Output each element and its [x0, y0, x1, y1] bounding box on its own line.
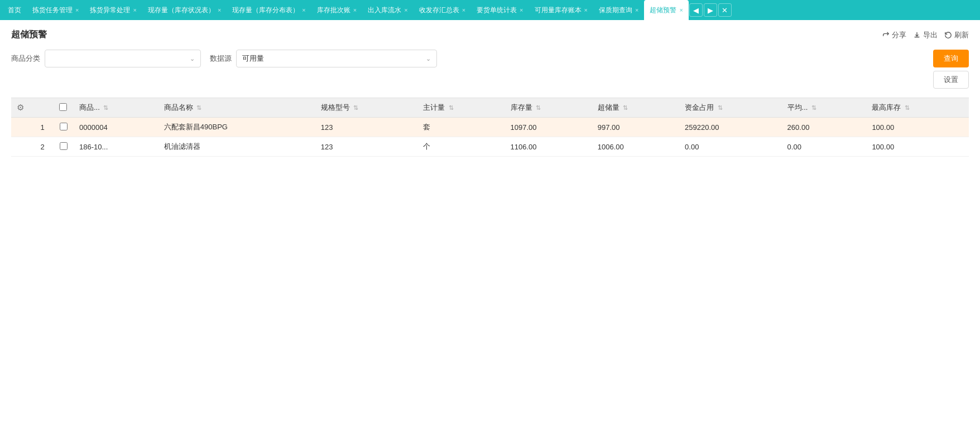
sort-max-stock-icon: ⇅ — [905, 104, 910, 111]
nav-tab-avail-stock[interactable]: 可用量库存账本 × — [529, 0, 593, 20]
sort-avg-icon: ⇅ — [811, 104, 816, 111]
nav-tab-task-mgmt[interactable]: 拣货任务管理 × — [27, 0, 84, 20]
filter-category-chevron-icon: ⌄ — [190, 55, 195, 62]
sort-capital-occ-icon: ⇅ — [718, 104, 723, 111]
col-header-unit[interactable]: 主计量 ⇅ — [417, 98, 505, 118]
nav-tab-quality-check[interactable]: 保质期查询 × — [593, 0, 644, 20]
row-index-1: 2 — [31, 137, 54, 157]
page-header: 超储预警 分享 导出 刷新 — [11, 29, 969, 41]
refresh-button[interactable]: 刷新 — [944, 30, 969, 40]
row-stock-qty-1: 1106.00 — [505, 137, 592, 157]
nav-tab-overstock-warn[interactable]: 超储预警 × — [644, 0, 688, 20]
nav-tab-recv-send[interactable]: 收发存汇总表 × — [414, 0, 471, 20]
row-product-code-0: 0000004 — [74, 118, 158, 137]
col-header-avg[interactable]: 平均... ⇅ — [782, 98, 867, 118]
nav-tab-order-stat[interactable]: 要货单统计表 × — [471, 0, 529, 20]
close-tab-stock-batch[interactable]: × — [353, 7, 357, 13]
close-tab-stock-dist[interactable]: × — [302, 7, 305, 13]
col-header-product-name[interactable]: 商品名称 ⇅ — [158, 98, 315, 118]
sort-overstock-qty-icon: ⇅ — [623, 104, 628, 111]
filter-buttons: 查询 设置 — [933, 50, 969, 89]
data-table: ⚙ 商品... ⇅ 商品名称 ⇅ 规格型号 ⇅ — [11, 98, 969, 157]
row-product-code-1: 186-10... — [74, 137, 158, 157]
row-checkbox-0 — [54, 118, 74, 137]
row-gear-1 — [11, 137, 31, 157]
close-tab-inout-flow[interactable]: × — [404, 7, 407, 13]
sort-stock-qty-icon: ⇅ — [536, 104, 541, 111]
close-tab-order-stat[interactable]: × — [520, 7, 523, 13]
row-unit-0: 套 — [417, 118, 505, 137]
share-button[interactable]: 分享 — [882, 30, 906, 40]
close-tab-overstock-warn[interactable]: × — [679, 7, 683, 13]
page-title: 超储预警 — [11, 29, 47, 41]
top-nav: 首页 拣货任务管理 × 拣货异常处理 × 现存量（库存状况表） × 现存量（库存… — [0, 0, 980, 20]
col-header-max-stock[interactable]: 最高库存 ⇅ — [866, 98, 969, 118]
nav-tab-stock-dist[interactable]: 现存量（库存分布表） × — [227, 0, 311, 20]
filter-datasource-label: 数据源 — [210, 54, 232, 64]
col-header-gear: ⚙ — [11, 98, 31, 118]
row-spec-0: 123 — [315, 118, 418, 137]
close-tab-recv-send[interactable]: × — [462, 7, 465, 13]
row-unit-1: 个 — [417, 137, 505, 157]
table-row: 2 186-10... 机油滤清器 123 个 1106.00 1006.00 … — [11, 137, 969, 157]
nav-tab-stock-status[interactable]: 现存量（库存状况表） × — [142, 0, 227, 20]
query-button[interactable]: 查询 — [933, 50, 969, 67]
filter-area: 商品分类 ⌄ 数据源 可用量 ⌄ 查询 设置 — [11, 50, 969, 89]
filter-category-select[interactable]: ⌄ — [45, 50, 201, 67]
settings-button[interactable]: 设置 — [933, 71, 969, 89]
row-index-0: 1 — [31, 118, 54, 137]
col-header-product-code[interactable]: 商品... ⇅ — [74, 98, 158, 118]
sort-spec-icon: ⇅ — [353, 104, 358, 111]
close-tab-abnormal-proc[interactable]: × — [133, 7, 136, 13]
row-select-checkbox-1[interactable] — [60, 142, 68, 150]
sort-product-name-icon: ⇅ — [196, 104, 201, 111]
row-stock-qty-0: 1097.00 — [505, 118, 592, 137]
row-product-name-1: 机油滤清器 — [158, 137, 315, 157]
row-max-stock-1: 100.00 — [866, 137, 969, 157]
row-capital-occ-1: 0.00 — [679, 137, 782, 157]
col-header-stock-qty[interactable]: 库存量 ⇅ — [505, 98, 592, 118]
col-header-capital-occ[interactable]: 资金占用 ⇅ — [679, 98, 782, 118]
row-capital-occ-0: 259220.00 — [679, 118, 782, 137]
close-tab-task-mgmt[interactable]: × — [75, 7, 79, 13]
sort-product-code-icon: ⇅ — [103, 104, 108, 111]
close-tab-stock-status[interactable]: × — [218, 7, 221, 13]
col-header-index — [31, 98, 54, 118]
table-row: 1 0000004 六配套新昌490BPG 123 套 1097.00 997.… — [11, 118, 969, 137]
filter-category-label: 商品分类 — [11, 54, 40, 64]
table-header-row: ⚙ 商品... ⇅ 商品名称 ⇅ 规格型号 ⇅ — [11, 98, 969, 118]
row-overstock-qty-1: 1006.00 — [592, 137, 679, 157]
close-tab-avail-stock[interactable]: × — [584, 7, 588, 13]
filter-datasource-chevron-icon: ⌄ — [426, 55, 431, 62]
row-avg-1: 0.00 — [782, 137, 867, 157]
export-icon — [913, 31, 921, 39]
row-checkbox-1 — [54, 137, 74, 157]
row-product-name-0: 六配套新昌490BPG — [158, 118, 315, 137]
nav-tab-home[interactable]: 首页 — [2, 0, 27, 20]
page-content: 超储预警 分享 导出 刷新 商品 — [0, 20, 980, 446]
col-header-spec[interactable]: 规格型号 ⇅ — [315, 98, 418, 118]
nav-tab-stock-batch[interactable]: 库存批次账 × — [311, 0, 362, 20]
filter-datasource-value: 可用量 — [242, 54, 264, 64]
col-header-overstock-qty[interactable]: 超储量 ⇅ — [592, 98, 679, 118]
sort-unit-icon: ⇅ — [449, 104, 454, 111]
export-button[interactable]: 导出 — [913, 30, 938, 40]
nav-arrow-close-all[interactable]: ✕ — [718, 3, 732, 17]
filter-datasource: 数据源 可用量 ⌄ — [210, 50, 437, 67]
row-avg-0: 260.00 — [782, 118, 867, 137]
nav-arrow-right[interactable]: ▶ — [704, 3, 717, 17]
row-select-checkbox-0[interactable] — [60, 123, 68, 130]
row-max-stock-0: 100.00 — [866, 118, 969, 137]
settings-col-icon[interactable]: ⚙ — [17, 103, 24, 112]
filter-category: 商品分类 ⌄ — [11, 50, 201, 67]
share-icon — [882, 31, 890, 39]
col-header-checkbox — [54, 98, 74, 118]
nav-arrow-left[interactable]: ◀ — [689, 3, 703, 17]
filter-datasource-select[interactable]: 可用量 ⌄ — [236, 50, 437, 67]
nav-tab-abnormal-proc[interactable]: 拣货异常处理 × — [84, 0, 142, 20]
row-spec-1: 123 — [315, 137, 418, 157]
select-all-checkbox[interactable] — [59, 103, 67, 111]
row-gear-0 — [11, 118, 31, 137]
close-tab-quality-check[interactable]: × — [635, 7, 638, 13]
nav-tab-inout-flow[interactable]: 出入库流水 × — [362, 0, 413, 20]
